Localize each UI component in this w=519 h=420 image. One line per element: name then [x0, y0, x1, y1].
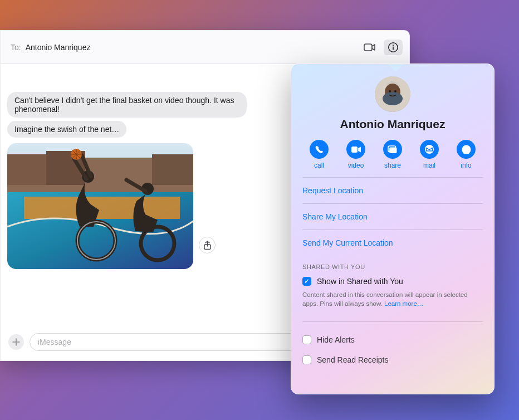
contact-avatar[interactable] [375, 76, 410, 112]
send-read-receipts-label: Send Read Receipts [317, 355, 388, 364]
screenshare-icon [388, 145, 398, 154]
call-action[interactable]: call [303, 140, 335, 169]
svg-point-22 [389, 90, 391, 92]
person-icon [462, 145, 471, 154]
learn-more-link[interactable]: Learn more… [384, 300, 423, 307]
svg-rect-10 [85, 158, 152, 185]
info-circle-icon [388, 42, 399, 53]
info-label: info [461, 162, 471, 169]
share-action[interactable]: share [377, 140, 408, 169]
share-icon [203, 241, 212, 250]
svg-rect-11 [152, 154, 193, 185]
svg-rect-3 [393, 46, 394, 50]
svg-point-23 [394, 90, 396, 92]
show-in-shared-checkbox[interactable] [302, 277, 311, 286]
mail-label: mail [423, 162, 435, 169]
info-action[interactable]: info [451, 140, 482, 169]
hide-alerts-checkbox[interactable] [302, 335, 311, 344]
quick-share-button[interactable] [199, 237, 216, 253]
memoji-icon [375, 76, 410, 112]
svg-point-2 [393, 45, 394, 46]
facetime-button[interactable] [360, 40, 379, 55]
hide-alerts-label: Hide Alerts [317, 335, 355, 344]
incoming-message[interactable]: Can't believe I didn't get the final bas… [7, 92, 247, 118]
video-action[interactable]: video [340, 140, 371, 169]
show-in-shared-label: Show in Shared with You [317, 277, 403, 286]
basketball-photo-icon [7, 143, 193, 269]
contact-actions: call video share mail info [302, 140, 483, 178]
svg-rect-8 [7, 154, 46, 185]
send-read-receipts-checkbox[interactable] [302, 355, 311, 364]
video-camera-icon [364, 43, 376, 52]
conversation-header: To: Antonio Manriquez [1, 31, 409, 64]
mail-action[interactable]: mail [414, 140, 445, 169]
details-popover: Antonio Manriquez call video share mail … [291, 64, 494, 394]
send-read-receipts-row[interactable]: Send Read Receipts [302, 350, 483, 364]
incoming-message[interactable]: Imagine the swish of the net… [7, 121, 126, 138]
video-label: video [348, 162, 364, 169]
svg-point-29 [464, 146, 467, 149]
hide-alerts-row[interactable]: Hide Alerts [302, 330, 483, 350]
phone-icon [315, 145, 324, 154]
plus-icon [12, 338, 20, 346]
send-current-location-link[interactable]: Send My Current Location [302, 230, 483, 256]
shared-with-you-heading: SHARED WITH YOU [302, 256, 483, 275]
share-label: share [384, 162, 401, 169]
to-label: To: [11, 43, 21, 52]
share-my-location-link[interactable]: Share My Location [302, 204, 483, 230]
details-button[interactable] [384, 40, 403, 55]
shared-help-text: Content shared in this conversation will… [302, 290, 483, 314]
contact-name: Antonio Manriquez [302, 118, 483, 131]
show-in-shared-row[interactable]: Show in Shared with You [302, 275, 483, 290]
to-recipient[interactable]: Antonio Manriquez [26, 43, 91, 52]
mail-icon [424, 144, 434, 154]
call-label: call [314, 162, 324, 169]
svg-point-21 [383, 92, 403, 105]
image-attachment[interactable] [7, 143, 193, 269]
video-icon [351, 146, 361, 153]
svg-rect-24 [351, 146, 358, 153]
svg-rect-7 [24, 197, 180, 219]
svg-rect-0 [364, 44, 372, 51]
request-location-link[interactable]: Request Location [302, 178, 483, 204]
apps-button[interactable] [8, 334, 24, 350]
